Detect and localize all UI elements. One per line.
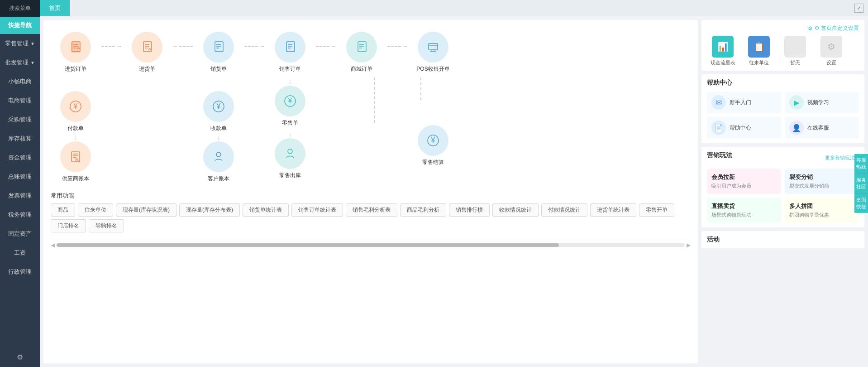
wf-group-mall-order: 商城订单 xyxy=(337,32,386,123)
help-item[interactable]: ✉新手入门 xyxy=(707,92,781,113)
sidebar-item-assets[interactable]: 固定资产 xyxy=(0,224,40,243)
float-button[interactable]: 桌面快捷 xyxy=(854,193,868,213)
wf-node-supplier-ledger[interactable]: 账 供应商账本 xyxy=(51,141,100,183)
svg-text:账: 账 xyxy=(75,158,79,162)
wf-circle-retail-out xyxy=(275,138,305,169)
workflow-area: 进货订单 ¥ 付款单 xyxy=(51,27,691,187)
quick-icon-item[interactable]: 📊现金流量表 xyxy=(707,36,739,66)
help-item[interactable]: 📄帮助中心 xyxy=(707,117,781,139)
sidebar-item-retail[interactable]: 零售管理 ▼ xyxy=(0,34,40,53)
marketing-grid: 会员拉新吸引用户成为会员裂变分销裂变式发展分销商直播卖货场景式购物新玩法多人拼团… xyxy=(707,169,859,223)
sidebar-item-ledger[interactable]: 总账管理 xyxy=(0,167,40,186)
func-button[interactable]: 付款情况统计 xyxy=(541,203,587,217)
func-button[interactable]: 门店排名 xyxy=(51,219,86,232)
tab-bar: 首页 ⤢ xyxy=(40,0,868,16)
sidebar-item-finance[interactable]: 资金管理 xyxy=(0,148,40,167)
wf-group-purchase: 进货单 xyxy=(122,32,172,132)
marketing-more-link[interactable]: 更多营销玩法 > xyxy=(825,155,859,161)
wf-circle-retail-settlement: ¥ xyxy=(418,125,448,156)
wf-circle-customer-ledger xyxy=(203,141,234,172)
help-item-icon: ▶ xyxy=(789,95,804,110)
scroll-left-arrow[interactable]: ◀ xyxy=(51,242,55,248)
help-item[interactable]: 👤在线客服 xyxy=(785,117,859,139)
func-button[interactable]: 零售开单 xyxy=(639,203,674,217)
marketing-item[interactable]: 多人拼团拼团购物享受优惠 xyxy=(785,198,859,223)
func-button[interactable]: 往来单位 xyxy=(78,203,113,217)
down-arrow2-icon: ↓ xyxy=(217,134,220,140)
wf-node-pos[interactable]: POS收银开单 xyxy=(408,32,458,73)
sidebar-search[interactable]: 搜索菜单 xyxy=(0,0,40,17)
sidebar-item-tax[interactable]: 税务管理 xyxy=(0,205,40,224)
marketing-item-title: 多人拼团 xyxy=(789,202,854,210)
quick-icons-settings[interactable]: ⚙ ⚙ 首页自定义设置 xyxy=(707,24,859,32)
scroll-bar-area: ◀ ▶ xyxy=(51,240,691,248)
float-button[interactable]: 服务社区 xyxy=(854,174,868,193)
sidebar-item-ecom-mgmt[interactable]: 电商管理 xyxy=(0,91,40,110)
func-button[interactable]: 进货单统计表 xyxy=(590,203,636,217)
quick-icon-box: ⚙ xyxy=(820,36,842,58)
func-button[interactable]: 导购排名 xyxy=(89,219,124,232)
help-item[interactable]: ▶视频学习 xyxy=(785,92,859,113)
quick-icon-box xyxy=(784,36,806,58)
wf-node-sales-order[interactable]: 销售订单 xyxy=(265,32,315,73)
sidebar-item-inventory[interactable]: 库存核算 xyxy=(0,129,40,148)
wf-node-retail-out[interactable]: 零售出库 xyxy=(265,138,315,179)
func-button[interactable]: 销售订单统计表 xyxy=(291,203,343,217)
marketing-item[interactable]: 裂变分销裂变式发展分销商 xyxy=(785,169,859,194)
func-button[interactable]: 收款情况统计 xyxy=(492,203,539,217)
svg-point-22 xyxy=(216,152,221,157)
sidebar-item-admin[interactable]: 行政管理 xyxy=(0,262,40,281)
sidebar-item-salary[interactable]: 工资 xyxy=(0,243,40,262)
quick-icons-row: 📊现金流量表📋往来单位暂无⚙设置 xyxy=(707,36,859,66)
help-item-label: 帮助中心 xyxy=(730,124,751,132)
marketing-item-title: 直播卖货 xyxy=(711,202,777,210)
wf-circle-purchase-order xyxy=(60,32,91,63)
marketing-item-desc: 裂变式发展分销商 xyxy=(789,183,854,189)
sidebar-item-wholesale[interactable]: 批发管理 ▼ xyxy=(0,53,40,72)
marketing-item[interactable]: 会员拉新吸引用户成为会员 xyxy=(707,169,781,194)
wf-node-retail[interactable]: ¥ 零售单 xyxy=(265,86,315,127)
marketing-title: 营销玩法 xyxy=(707,151,732,159)
svg-text:¥: ¥ xyxy=(73,102,78,110)
quick-icon-item[interactable]: ⚙设置 xyxy=(816,36,847,66)
sidebar-item-invoice[interactable]: 发票管理 xyxy=(0,186,40,205)
scroll-right-arrow[interactable]: ▶ xyxy=(687,242,691,248)
sidebar-nav-active[interactable]: 快捷导航 xyxy=(0,17,40,34)
sidebar-item-purchase[interactable]: 采购管理 xyxy=(0,110,40,129)
quick-icon-item[interactable]: 📋往来单位 xyxy=(743,36,775,66)
func-button[interactable]: 现存量(库存分布表) xyxy=(179,203,240,217)
help-panel: 帮助中心 ✉新手入门▶视频学习📄帮助中心👤在线客服 xyxy=(701,74,864,143)
settings-icon[interactable]: ⚙ xyxy=(0,348,40,367)
wf-circle-retail: ¥ xyxy=(275,86,305,116)
wf-group-purchase-order: 进货订单 ¥ 付款单 xyxy=(51,32,100,183)
scroll-track[interactable] xyxy=(57,243,685,247)
wf-node-payment[interactable]: ¥ 付款单 xyxy=(51,91,100,132)
tab-home[interactable]: 首页 xyxy=(40,0,70,16)
quick-icon-item[interactable]: 暂无 xyxy=(779,36,811,66)
func-button[interactable]: 销售毛利分析表 xyxy=(346,203,397,217)
settings-gear-icon: ⚙ xyxy=(808,25,813,32)
wf-node-sales[interactable]: 销货单 xyxy=(194,32,243,73)
tab-bar-right: ⤢ xyxy=(854,0,868,16)
func-button[interactable]: 销售排行榜 xyxy=(449,203,490,217)
marketing-item[interactable]: 直播卖货场景式购物新玩法 xyxy=(707,198,781,223)
wf-node-purchase-order[interactable]: 进货订单 xyxy=(51,32,100,73)
fullscreen-button[interactable]: ⤢ xyxy=(854,4,863,13)
activity-section: 活动 xyxy=(701,231,864,248)
func-button[interactable]: 商品毛利分析 xyxy=(400,203,446,217)
func-grid: 商品往来单位现存量(库存状况表)现存量(库存分布表)销货单统计表销售订单统计表销… xyxy=(51,203,691,232)
wf-node-purchase[interactable]: 进货单 xyxy=(122,32,172,73)
sidebar-item-ecom[interactable]: 小畅电商 xyxy=(0,72,40,91)
wf-node-retail-settlement[interactable]: ¥ 零售结算 xyxy=(408,125,458,166)
svg-text:¥: ¥ xyxy=(216,102,221,110)
wf-node-receipt[interactable]: ¥ 收款单 xyxy=(194,91,243,132)
wf-node-customer-ledger[interactable]: 客户账本 xyxy=(194,141,243,183)
func-button[interactable]: 现存量(库存状况表) xyxy=(116,203,176,217)
float-button[interactable]: 客服热线 xyxy=(854,154,868,174)
func-button[interactable]: 销货单统计表 xyxy=(243,203,289,217)
wf-node-mall-order[interactable]: 商城订单 xyxy=(337,32,386,73)
func-button[interactable]: 商品 xyxy=(51,203,75,217)
quick-icons-panel: ⚙ ⚙ 首页自定义设置 📊现金流量表📋往来单位暂无⚙设置 xyxy=(701,20,864,71)
quick-icon-box: 📋 xyxy=(748,36,770,58)
wf-circle-mall-order xyxy=(346,32,377,63)
